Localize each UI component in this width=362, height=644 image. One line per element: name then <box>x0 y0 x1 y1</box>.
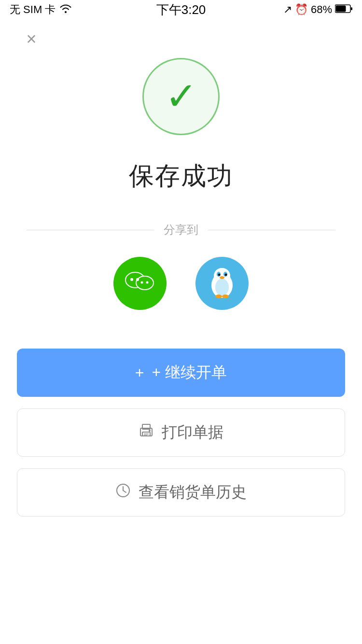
svg-point-13 <box>218 274 221 276</box>
svg-point-18 <box>222 294 229 298</box>
checkmark-icon: ✓ <box>165 77 197 116</box>
divider-line-left <box>27 230 154 230</box>
clock-icon <box>115 483 131 502</box>
battery-text: 68% <box>311 3 332 16</box>
status-bar: 无 SIM 卡 下午3:20 ↗ ⏰ 68% <box>0 0 362 19</box>
location-icon: ↗ <box>283 3 292 16</box>
svg-rect-2 <box>351 7 352 10</box>
share-divider: 分享到 <box>27 222 335 238</box>
battery-icon <box>335 3 352 16</box>
svg-point-8 <box>146 281 149 284</box>
qq-share-button[interactable] <box>195 257 249 310</box>
wifi-icon <box>59 3 72 16</box>
svg-point-7 <box>141 281 143 284</box>
no-sim-text: 无 SIM 卡 <box>10 2 56 17</box>
status-time: 下午3:20 <box>156 1 206 18</box>
printer-icon <box>139 423 154 442</box>
status-right: ↗ ⏰ 68% <box>283 3 352 16</box>
share-row <box>113 257 249 310</box>
plus-icon: + <box>135 364 144 382</box>
continue-label: + 继续开单 <box>152 362 227 383</box>
history-label: 查看销货单历史 <box>139 482 247 503</box>
svg-rect-1 <box>336 6 346 12</box>
history-button[interactable]: 查看销货单历史 <box>17 468 345 517</box>
svg-line-27 <box>123 490 126 492</box>
success-title: 保存成功 <box>129 159 233 193</box>
svg-point-14 <box>225 274 227 276</box>
svg-point-5 <box>130 278 133 281</box>
status-left: 无 SIM 卡 <box>10 2 72 17</box>
main-content: ✓ 保存成功 分享到 <box>0 19 362 517</box>
svg-point-6 <box>136 278 139 281</box>
print-button[interactable]: 打印单据 <box>17 408 345 457</box>
qq-icon <box>208 267 236 300</box>
wechat-share-button[interactable] <box>113 257 167 310</box>
svg-point-24 <box>149 430 151 432</box>
action-buttons: + + 继续开单 打印单据 <box>17 349 345 517</box>
success-circle: ✓ <box>142 58 220 135</box>
wechat-icon <box>125 270 155 296</box>
alarm-icon: ⏰ <box>295 3 308 16</box>
svg-point-17 <box>215 294 222 298</box>
close-icon: × <box>26 30 36 48</box>
divider-line-right <box>208 230 335 230</box>
close-button[interactable]: × <box>19 27 43 51</box>
svg-point-4 <box>136 276 153 290</box>
share-label: 分享到 <box>164 222 198 238</box>
print-label: 打印单据 <box>162 422 223 443</box>
svg-point-16 <box>215 279 229 296</box>
continue-button[interactable]: + + 继续开单 <box>17 349 345 397</box>
